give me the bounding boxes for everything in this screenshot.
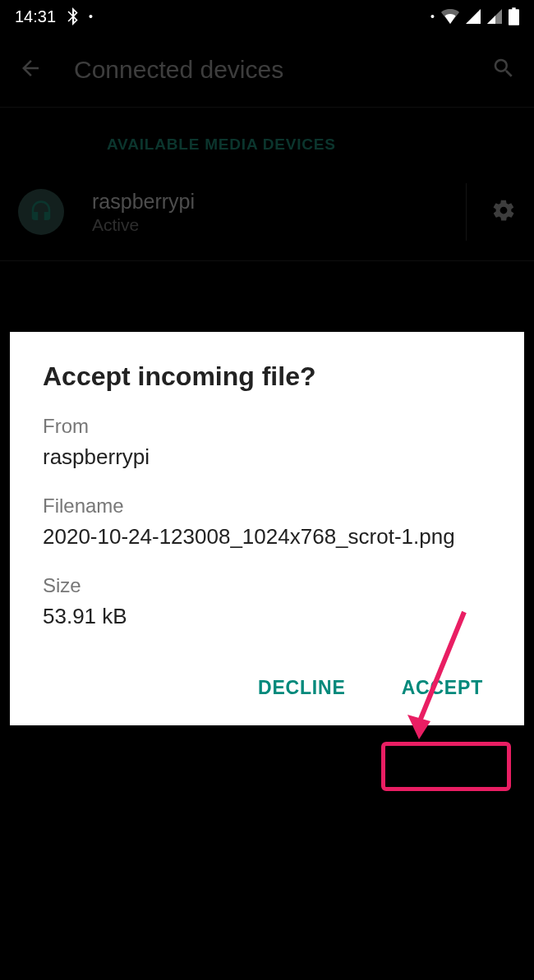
section-header: AVAILABLE MEDIA DEVICES — [0, 108, 534, 170]
status-bar: 14:31 • • — [0, 0, 534, 33]
device-row[interactable]: raspberrypi Active — [0, 170, 534, 260]
back-arrow-icon[interactable] — [18, 56, 43, 84]
search-icon[interactable] — [491, 56, 516, 84]
incoming-file-dialog: Accept incoming file? From raspberrypi F… — [10, 332, 524, 725]
filename-label: Filename — [43, 495, 491, 518]
status-time: 14:31 — [15, 7, 56, 26]
from-value: raspberrypi — [43, 443, 491, 472]
wifi-icon — [441, 9, 459, 24]
device-name: raspberrypi — [92, 190, 441, 214]
annotation-highlight — [381, 742, 511, 791]
accept-button[interactable]: ACCEPT — [384, 665, 501, 711]
dot-icon: • — [89, 10, 93, 23]
app-header: Connected devices — [0, 33, 534, 107]
filename-value: 2020-10-24-123008_1024x768_scrot-1.png — [43, 522, 491, 551]
page-title: Connected devices — [74, 56, 491, 84]
dot-icon: • — [430, 10, 435, 23]
bluetooth-icon — [66, 7, 79, 25]
headset-icon — [18, 189, 64, 235]
battery-icon — [509, 7, 519, 25]
device-status: Active — [92, 215, 441, 235]
from-label: From — [43, 415, 491, 438]
separator — [466, 183, 467, 241]
signal-icon — [466, 9, 481, 24]
signal-icon-2 — [487, 9, 502, 24]
dialog-title: Accept incoming file? — [10, 361, 524, 415]
decline-button[interactable]: DECLINE — [240, 665, 364, 711]
size-value: 53.91 kB — [43, 602, 491, 631]
gear-icon[interactable] — [491, 198, 516, 226]
divider — [0, 260, 534, 261]
size-label: Size — [43, 574, 491, 597]
